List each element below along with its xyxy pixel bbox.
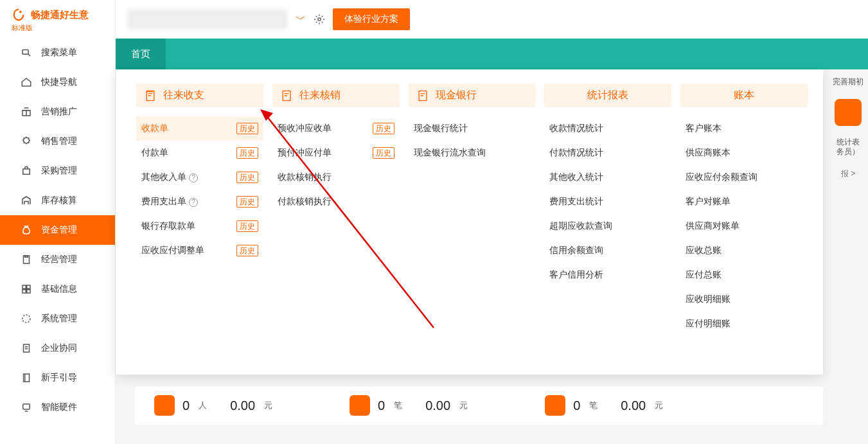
tabbar: 首页 <box>116 39 868 69</box>
brand-block: 畅捷通好生意 标准版 <box>0 0 115 38</box>
menu-item-overdue-ar[interactable]: 超期应收款查询 <box>544 214 671 238</box>
right-text-report[interactable]: 报 > <box>841 169 855 179</box>
magnify-icon <box>21 47 32 58</box>
sidebar-item-inventory[interactable]: 库存核算 <box>0 186 115 215</box>
menu-item-credit-analysis[interactable]: 客户信用分析 <box>544 263 671 287</box>
doc-icon <box>21 342 32 354</box>
menu-item-expense[interactable]: 费用支出单?历史 <box>136 190 263 214</box>
help-icon[interactable]: ? <box>189 198 198 207</box>
stat-value: 0.00 <box>425 398 450 413</box>
sidebar-item-label: 搜索菜单 <box>41 47 77 58</box>
sidebar-item-operation[interactable]: 经营管理 <box>0 245 115 274</box>
svg-rect-6 <box>27 285 30 289</box>
sidebar-item-label: 新手引导 <box>41 372 77 384</box>
sidebar-item-label: 营销推广 <box>41 106 77 118</box>
device-icon <box>21 402 32 413</box>
sidebar-item-label: 系统管理 <box>41 313 77 324</box>
gear-icon[interactable] <box>314 13 325 25</box>
sidebar-item-marketing[interactable]: 营销推广 <box>0 97 115 127</box>
stat-icon <box>154 395 175 416</box>
menu-item-supplier-ledger[interactable]: 供应商账本 <box>680 141 808 165</box>
menu-item-credit-balance[interactable]: 信用余额查询 <box>544 238 671 263</box>
sidebar-item-label: 快捷导航 <box>41 76 77 88</box>
org-selector[interactable] <box>127 9 288 30</box>
svg-rect-5 <box>22 285 26 289</box>
tab-home[interactable]: 首页 <box>116 39 166 69</box>
menu-item-prepay-offset[interactable]: 预付冲应付单历史 <box>272 141 400 165</box>
mega-col-title: 账本 <box>680 84 808 107</box>
receipt-icon <box>144 89 157 102</box>
menu-item-cashbank-flow[interactable]: 现金银行流水查询 <box>409 141 536 165</box>
history-badge[interactable]: 历史 <box>236 196 258 208</box>
sidebar-item-newbie[interactable]: 新手引导 <box>0 363 115 393</box>
stat-value: 0 <box>378 398 385 413</box>
sidebar-item-label: 销售管理 <box>41 136 77 147</box>
sidebar: 畅捷通好生意 标准版 搜索菜单 快捷导航 营销推广 销售管理 采购管理 库存核算 <box>0 0 116 444</box>
experience-solution-button[interactable]: 体验行业方案 <box>333 8 410 30</box>
stat-group-1: 0人 0.00元 <box>154 395 272 416</box>
warehouse-icon <box>21 195 32 206</box>
menu-item-ap-general[interactable]: 应付总账 <box>680 263 808 287</box>
brand-edition: 标准版 <box>12 23 109 33</box>
mega-col-cashbank: 现金银行 现金银行统计 现金银行流水查询 <box>409 84 536 336</box>
menu-item-other-income[interactable]: 其他收入单?历史 <box>136 165 263 190</box>
history-badge[interactable]: 历史 <box>236 245 258 256</box>
menu-item-receipt-stats[interactable]: 收款情况统计 <box>544 116 671 141</box>
menu-item-bank-deposit[interactable]: 银行存取款单历史 <box>136 214 263 238</box>
menu-item-supplier-statement[interactable]: 供应商对账单 <box>680 214 808 238</box>
stat-group-3: 0笔 0.00元 <box>545 395 663 416</box>
grid-icon <box>21 283 32 295</box>
menu-item-arap-adjust[interactable]: 应收应付调整单历史 <box>136 238 263 263</box>
history-badge[interactable]: 历史 <box>236 220 258 232</box>
gift-icon <box>21 106 32 118</box>
sidebar-item-sales[interactable]: 销售管理 <box>0 127 115 156</box>
sidebar-item-label: 经营管理 <box>41 254 77 265</box>
mega-col-reports: 统计报表 收款情况统计 付款情况统计 其他收入统计 费用支出统计 超期应收款查询… <box>544 84 671 336</box>
topbar: ﹀ 体验行业方案 <box>116 0 868 39</box>
cart-icon <box>21 165 32 177</box>
history-badge[interactable]: 历史 <box>236 147 258 159</box>
svg-rect-1 <box>22 50 28 55</box>
menu-item-customer-statement[interactable]: 客户对账单 <box>680 190 808 214</box>
help-icon[interactable]: ? <box>189 173 198 182</box>
menu-item-ap-detail[interactable]: 应付明细账 <box>680 312 808 336</box>
menu-item-arap-balance[interactable]: 应收应付余额查询 <box>680 165 808 190</box>
history-badge[interactable]: 历史 <box>236 172 258 183</box>
bottom-stats-bar: 0人 0.00元 0笔 0.00元 0笔 0.00元 <box>135 386 823 425</box>
sidebar-item-basic-info[interactable]: 基础信息 <box>0 274 115 304</box>
money-bag-icon <box>21 224 32 236</box>
menu-item-ar-general[interactable]: 应收总账 <box>680 238 808 263</box>
sidebar-item-label: 采购管理 <box>41 165 77 177</box>
sidebar-item-quick-nav[interactable]: 快捷导航 <box>0 67 115 97</box>
sidebar-item-search-menu[interactable]: 搜索菜单 <box>0 38 115 67</box>
menu-item-payment-stats[interactable]: 付款情况统计 <box>544 141 671 165</box>
history-badge[interactable]: 历史 <box>373 147 394 159</box>
stat-value: 0.00 <box>621 398 646 413</box>
sidebar-item-system[interactable]: 系统管理 <box>0 304 115 333</box>
sidebar-item-funds[interactable]: 资金管理 <box>0 215 115 245</box>
menu-item-other-income-stats[interactable]: 其他收入统计 <box>544 165 671 190</box>
sidebar-item-purchase[interactable]: 采购管理 <box>0 156 115 186</box>
menu-item-receipt[interactable]: 收款单历史 <box>136 116 263 141</box>
stat-value: 0 <box>182 398 190 413</box>
sidebar-item-label: 资金管理 <box>41 224 77 236</box>
menu-item-customer-ledger[interactable]: 客户账本 <box>680 116 808 141</box>
svg-rect-11 <box>24 374 30 382</box>
history-badge[interactable]: 历史 <box>373 123 394 134</box>
chevron-down-icon[interactable]: ﹀ <box>296 13 306 26</box>
menu-item-prereceipt-offset[interactable]: 预收冲应收单历史 <box>272 116 400 141</box>
menu-item-ar-detail[interactable]: 应收明细账 <box>680 287 808 312</box>
menu-item-cashbank-stats[interactable]: 现金银行统计 <box>409 116 536 141</box>
right-text-perfect[interactable]: 完善期初 <box>833 77 864 87</box>
home-icon <box>21 76 32 88</box>
menu-item-expense-stats[interactable]: 费用支出统计 <box>544 190 671 214</box>
sidebar-item-collab[interactable]: 企业协同 <box>0 333 115 363</box>
menu-item-payment[interactable]: 付款单历史 <box>136 141 263 165</box>
stat-value: 0.00 <box>230 398 255 413</box>
stat-icon <box>545 395 565 416</box>
sidebar-item-hardware[interactable]: 智能硬件 <box>0 393 115 422</box>
right-quick-icon[interactable] <box>835 99 862 126</box>
menu-item-receipt-exec[interactable]: 收款核销执行 <box>272 165 400 190</box>
menu-item-payment-exec[interactable]: 付款核销执行 <box>272 190 400 214</box>
history-badge[interactable]: 历史 <box>236 123 258 134</box>
